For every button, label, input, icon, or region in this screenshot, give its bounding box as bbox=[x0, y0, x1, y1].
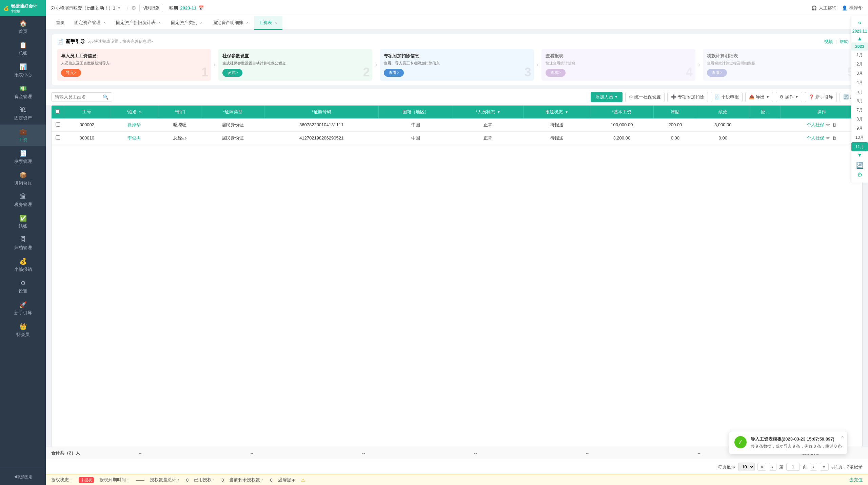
sidebar-item-archive[interactable]: 🗄 归档管理 bbox=[0, 233, 46, 254]
ai-consult[interactable]: 🎧 人工咨询 bbox=[811, 5, 836, 11]
sidebar-item-tax[interactable]: 🏛 税务管理 bbox=[0, 190, 46, 211]
sidebar-item-funds[interactable]: 💵 资金管理 bbox=[0, 81, 46, 103]
guide-step-2: 社保参数设置 完成社保参数设置自动计算社保公积金 设置> 2 bbox=[218, 49, 372, 81]
help-link[interactable]: 帮助 bbox=[840, 39, 848, 45]
row2-name-link[interactable]: 李俊杰 bbox=[127, 135, 141, 141]
cal-prev-year-btn[interactable]: ▲ bbox=[856, 35, 863, 42]
cal-month-2[interactable]: 2月 bbox=[851, 60, 868, 69]
guide-book-icon: 📄 bbox=[57, 38, 64, 45]
cal-month-6[interactable]: 6月 bbox=[851, 96, 868, 106]
row1-social-insurance-link[interactable]: 个人社保 bbox=[807, 122, 824, 128]
switch-version-btn[interactable]: 切到旧版 bbox=[139, 4, 163, 12]
sidebar-item-invoice[interactable]: 🧾 发票管理 bbox=[0, 146, 46, 168]
sidebar-item-assets[interactable]: 🏗 固定资产 bbox=[0, 103, 46, 125]
row1-name-link[interactable]: 徐泽华 bbox=[127, 122, 141, 127]
sidebar-item-settings[interactable]: ⚙ 设置 bbox=[0, 276, 46, 298]
step-4-btn[interactable]: 查看> bbox=[546, 69, 566, 77]
sidebar-item-home[interactable]: 🏠 首页 bbox=[0, 16, 46, 38]
tab-home[interactable]: 首页 bbox=[51, 16, 70, 30]
prev-page-btn[interactable]: ‹ bbox=[769, 463, 776, 471]
calendar-expand-icon[interactable]: « bbox=[856, 18, 863, 27]
video-link[interactable]: 视频 bbox=[824, 39, 833, 45]
tab-depreciation-close[interactable]: × bbox=[158, 20, 161, 26]
th-status: *人员状态 ▼ bbox=[453, 106, 524, 118]
select-all-checkbox[interactable] bbox=[55, 109, 60, 114]
cal-month-9[interactable]: 9月 bbox=[851, 124, 868, 133]
add-employee-btn[interactable]: 添加人员 ▼ bbox=[591, 92, 623, 102]
tab-asset-category-close[interactable]: × bbox=[199, 20, 203, 26]
sidebar-item-stock[interactable]: 📦 进销台账 bbox=[0, 168, 46, 190]
toast-close-btn[interactable]: × bbox=[841, 434, 844, 440]
status-filter-icon[interactable]: ▼ bbox=[497, 110, 500, 114]
tab-asset-detail-close[interactable]: × bbox=[245, 20, 249, 26]
per-page-select[interactable]: 10 20 50 bbox=[738, 463, 755, 471]
sidebar-item-ledger[interactable]: 📋 总账 bbox=[0, 38, 46, 60]
row2-edit-icon[interactable]: ✏ bbox=[826, 135, 830, 141]
row2-checkbox[interactable] bbox=[56, 135, 60, 140]
sidebar-item-reports[interactable]: 📊 报表中心 bbox=[0, 60, 46, 81]
recharge-link[interactable]: 去充值 bbox=[849, 477, 863, 483]
calendar-icon[interactable]: 📅 bbox=[198, 5, 204, 11]
cancel-fixed-btn[interactable]: ◀取消固定 bbox=[0, 472, 46, 482]
page-number-input[interactable] bbox=[786, 463, 800, 471]
settings-gear-icon[interactable]: ⚙ bbox=[131, 5, 136, 11]
row1-delete-icon[interactable]: 🗑 bbox=[832, 122, 836, 127]
guide-btn[interactable]: ❓ 新手引导 bbox=[805, 92, 837, 102]
tab-asset-mgmt-close[interactable]: × bbox=[103, 20, 106, 26]
auth-status-badge: 未授权 bbox=[79, 477, 94, 483]
tab-asset-category[interactable]: 固定资产类别 × bbox=[166, 16, 208, 30]
social-security-btn[interactable]: ⚙ 统一社保设置 bbox=[625, 92, 665, 102]
tab-asset-detail[interactable]: 固定资产明细账 × bbox=[208, 16, 254, 30]
special-deduction-btn[interactable]: ➕ 专项附加扣除 bbox=[667, 92, 708, 102]
cal-month-10[interactable]: 10月 bbox=[851, 133, 868, 142]
salary-icon: 💼 bbox=[19, 128, 27, 135]
first-page-btn[interactable]: « bbox=[757, 463, 766, 471]
row2-delete-icon[interactable]: 🗑 bbox=[832, 135, 836, 141]
sidebar-item-close[interactable]: ✅ 结账 bbox=[0, 211, 46, 233]
warn-icon: ⚠ bbox=[301, 478, 305, 483]
step-5-btn[interactable]: 查看> bbox=[707, 69, 727, 77]
row2-allowance: 0.00 bbox=[653, 131, 697, 145]
cal-month-1[interactable]: 1月 bbox=[851, 51, 868, 60]
name-sort-icon[interactable]: ⇅ bbox=[139, 110, 142, 114]
tab-salary-close[interactable]: × bbox=[274, 20, 278, 26]
step-3-btn[interactable]: 查看> bbox=[384, 69, 404, 77]
arrow-3: › bbox=[534, 49, 541, 81]
cal-month-3[interactable]: 3月 bbox=[851, 69, 868, 78]
export-btn[interactable]: 📤 导出 ▼ bbox=[745, 92, 773, 102]
auth-period-value: —— bbox=[136, 478, 144, 483]
account-dropdown-icon[interactable]: ▼ bbox=[117, 6, 121, 10]
cal-month-5[interactable]: 5月 bbox=[851, 87, 868, 96]
cal-month-8[interactable]: 8月 bbox=[851, 115, 868, 124]
search-input[interactable] bbox=[51, 92, 112, 101]
content-area: 📄 新手引导 5步快速完成设置，快去完善信息吧~ 视频 | 帮助 × 导入员工工… bbox=[46, 30, 868, 485]
operation-btn[interactable]: ⚙ 操作 ▼ bbox=[776, 92, 802, 102]
step-2-btn[interactable]: 设置> bbox=[222, 69, 242, 77]
tab-asset-mgmt[interactable]: 固定资产管理 × bbox=[70, 16, 111, 30]
cal-month-11[interactable]: 11月 bbox=[851, 142, 868, 151]
cal-month-4[interactable]: 4月 bbox=[851, 78, 868, 87]
cal-month-7[interactable]: 7月 bbox=[851, 106, 868, 115]
user-info[interactable]: 👤 徐泽华 bbox=[842, 5, 863, 11]
add-account-icon[interactable]: + bbox=[125, 5, 129, 11]
last-page-btn[interactable]: » bbox=[820, 463, 828, 471]
cal-settings-icon[interactable]: ⚙ bbox=[857, 171, 863, 179]
row1-checkbox[interactable] bbox=[56, 122, 60, 127]
row2-social-insurance-link[interactable]: 个人社保 bbox=[807, 135, 824, 141]
cal-refresh-icon[interactable]: 🔄 bbox=[856, 162, 864, 169]
headset-icon: 🎧 bbox=[811, 5, 817, 11]
sidebar-item-vip[interactable]: 👑 畅会员 bbox=[0, 319, 46, 341]
sidebar-item-expense[interactable]: 💰 小畅报销 bbox=[0, 254, 46, 276]
sidebar-item-salary[interactable]: 💼 工资 bbox=[0, 125, 46, 146]
close-books-icon: ✅ bbox=[19, 214, 27, 222]
cal-next-year-btn[interactable]: ▼ bbox=[856, 151, 863, 159]
tab-depreciation[interactable]: 固定资产折旧统计表 × bbox=[111, 16, 166, 30]
report-status-filter-icon[interactable]: ▼ bbox=[565, 110, 568, 114]
tab-salary[interactable]: 工资表 × bbox=[254, 16, 282, 30]
next-page-btn[interactable]: › bbox=[810, 463, 817, 471]
cal-year-2023[interactable]: 2023 bbox=[851, 42, 868, 51]
sidebar-item-guide[interactable]: 🚀 新手引导 bbox=[0, 298, 46, 319]
step-1-btn[interactable]: 导入> bbox=[61, 69, 81, 77]
tax-declare-btn[interactable]: 🧾 个税申报 bbox=[711, 92, 743, 102]
row1-edit-icon[interactable]: ✏ bbox=[826, 122, 830, 127]
